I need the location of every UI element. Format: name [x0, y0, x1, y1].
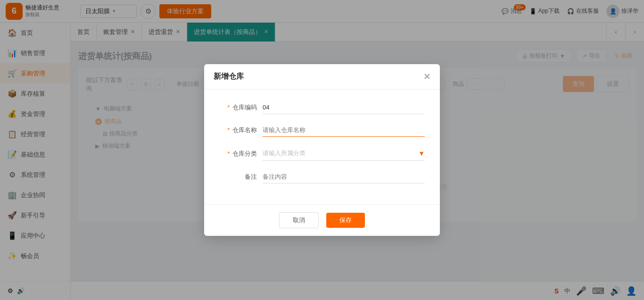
remark-input[interactable]	[263, 170, 425, 183]
form-row-category: * 仓库分类 请输入所属分类 ▼	[219, 146, 425, 161]
new-warehouse-modal: 新增仓库 ✕ * 仓库编码 * 仓库名称	[204, 64, 440, 236]
modal-title: 新增仓库	[214, 72, 244, 82]
category-placeholder: 请输入所属分类	[263, 149, 418, 158]
required-star-category: *	[227, 150, 230, 157]
required-star-code: *	[227, 104, 230, 111]
modal-header: 新增仓库 ✕	[204, 64, 440, 90]
code-label: * 仓库编码	[219, 103, 257, 112]
form-row-code: * 仓库编码	[219, 101, 425, 114]
required-star-name: *	[227, 126, 230, 133]
form-row-remark: 备注	[219, 170, 425, 183]
modal-overlay: 新增仓库 ✕ * 仓库编码 * 仓库名称	[0, 0, 644, 300]
cancel-button[interactable]: 取消	[279, 212, 319, 228]
form-row-name: * 仓库名称	[219, 124, 425, 137]
remark-label: 备注	[219, 173, 257, 181]
warehouse-code-input[interactable]	[263, 101, 425, 114]
name-label: * 仓库名称	[219, 126, 257, 134]
warehouse-category-select[interactable]: 请输入所属分类 ▼	[263, 146, 425, 161]
warehouse-name-input[interactable]	[263, 124, 425, 137]
modal-close-button[interactable]: ✕	[423, 73, 430, 81]
modal-footer: 取消 保存	[204, 204, 440, 236]
modal-body: * 仓库编码 * 仓库名称 * 仓库分类 请输入所属	[204, 90, 440, 204]
category-label: * 仓库分类	[219, 150, 257, 158]
save-button[interactable]: 保存	[326, 213, 365, 228]
category-dropdown-icon: ▼	[418, 150, 425, 157]
